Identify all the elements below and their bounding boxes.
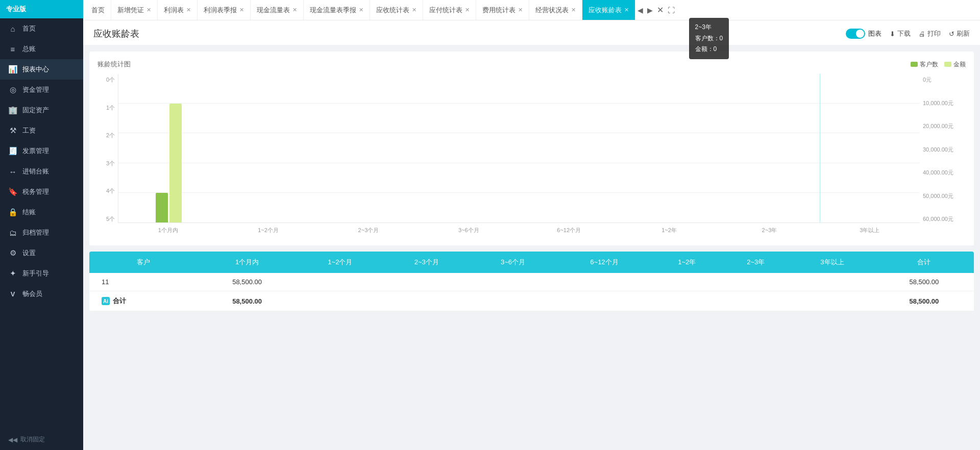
col-one-two: 1~2个月: [297, 252, 383, 273]
row-six-twelve: [556, 273, 652, 291]
bar-group-4: [519, 74, 619, 222]
sidebar-label-reports: 报表中心: [22, 65, 49, 74]
tab-voucher[interactable]: 新增凭证 ✕: [111, 0, 158, 20]
tab-cashflow-quarter-close[interactable]: ✕: [359, 7, 363, 13]
inventory-icon: ↔: [8, 167, 17, 176]
tab-profit-label: 利润表: [164, 6, 184, 15]
sidebar-item-archive[interactable]: 🗂 归档管理: [0, 222, 83, 243]
tab-ar-aging-close[interactable]: ✕: [624, 7, 629, 13]
bars-container: 2~3年 客户数：0 金额：0: [118, 74, 920, 222]
tab-profit[interactable]: 利润表 ✕: [158, 0, 198, 20]
sidebar-item-salary[interactable]: ⚒ 工资: [0, 120, 83, 141]
sidebar-item-invoice[interactable]: 🧾 发票管理: [0, 141, 83, 161]
x-label-0: 1个月内: [118, 227, 218, 234]
x-axis-labels: 1个月内 1~2个月 2~3个月 3~6个月 6~12个月 1~2年 2~3年 …: [118, 223, 920, 237]
x-label-7: 3年以上: [820, 227, 920, 234]
y-left-3: 3个: [106, 160, 115, 167]
tab-ar-aging[interactable]: 应收账龄表 ✕: [582, 0, 635, 20]
col-two-three: 2~3个月: [383, 252, 470, 273]
sidebar-label-closing: 结账: [22, 208, 36, 217]
chart-inner: 5个 4个 3个 2个 1个 0个: [97, 74, 966, 237]
sidebar-item-settings[interactable]: ⚙ 设置: [0, 243, 83, 263]
col-one-month: 1个月内: [197, 252, 297, 273]
tab-profit-quarter-label: 利润表季报: [204, 6, 237, 15]
chart-container: 5个 4个 3个 2个 1个 0个: [97, 74, 966, 237]
tab-expand-button[interactable]: ⛶: [666, 6, 677, 14]
tab-biz-status-close[interactable]: ✕: [571, 7, 576, 13]
refresh-button[interactable]: ↺ 刷新: [949, 29, 970, 38]
y-axis-left: 5个 4个 3个 2个 1个 0个: [97, 74, 118, 237]
y-axis-right: 60,000.00元 50,000.00元 40,000.00元 30,000.…: [920, 74, 966, 237]
col-six-twelve: 6~12个月: [556, 252, 652, 273]
total-icon: Ai: [102, 297, 110, 305]
chart-plot-area[interactable]: 2~3年 客户数：0 金额：0: [118, 74, 920, 223]
tab-expense-stat[interactable]: 费用统计表 ✕: [476, 0, 529, 20]
sidebar-item-assets[interactable]: 🏢 固定资产: [0, 100, 83, 120]
chart-toggle[interactable]: [846, 29, 865, 39]
y-left-5: 5个: [106, 215, 115, 223]
row-two-three: [383, 273, 470, 291]
legend-amount: 金额: [944, 60, 966, 69]
total-grand-total: 58,500.00: [874, 291, 974, 311]
sidebar-item-ledger[interactable]: ≡ 总账: [0, 39, 83, 59]
y-left-2: 2个: [106, 132, 115, 139]
page-header: 应收账龄表 金额 图表 ⬇ 下载 🖨 打印 ↺ 刷新: [83, 20, 980, 45]
sidebar-label-home: 首页: [22, 24, 36, 33]
sidebar-item-tax[interactable]: 🔖 税务管理: [0, 182, 83, 202]
print-button[interactable]: 🖨 打印: [919, 29, 941, 38]
sidebar-item-inventory[interactable]: ↔ 进销台账: [0, 161, 83, 182]
sidebar-item-funds[interactable]: ◎ 资金管理: [0, 80, 83, 100]
assets-icon: 🏢: [8, 106, 17, 115]
download-button[interactable]: ⬇ 下载: [890, 29, 911, 38]
y-right-5: 50,000.00元: [923, 192, 953, 200]
tab-prev-button[interactable]: ◀: [635, 0, 645, 20]
row-one-month: 58,500.00: [197, 273, 297, 291]
tab-profit-quarter-close[interactable]: ✕: [239, 7, 244, 13]
tab-cashflow[interactable]: 现金流量表 ✕: [251, 0, 304, 20]
tab-cashflow-close[interactable]: ✕: [292, 7, 297, 13]
tab-biz-status[interactable]: 经营状况表 ✕: [529, 0, 582, 20]
col-total: 合计: [874, 252, 974, 273]
tab-cashflow-quarter[interactable]: 现金流量表季报 ✕: [304, 0, 370, 20]
tab-expense-stat-close[interactable]: ✕: [518, 7, 523, 13]
refresh-icon: ↺: [949, 30, 954, 38]
print-icon: 🖨: [919, 30, 925, 38]
sidebar-item-closing[interactable]: 🔒 结账: [0, 202, 83, 222]
sidebar-item-guide[interactable]: ✦ 新手引导: [0, 263, 83, 284]
tab-cashflow-label: 现金流量表: [257, 6, 290, 15]
tab-profit-close[interactable]: ✕: [186, 7, 191, 13]
reports-icon: 📊: [8, 65, 17, 74]
bar-group-1: [218, 74, 318, 222]
tab-home[interactable]: 首页: [85, 0, 111, 20]
tab-close-all-button[interactable]: ✕: [655, 5, 666, 15]
y-right-3: 30,000.00元: [923, 146, 953, 154]
sidebar: 专业版 ⌂ 首页 ≡ 总账 📊 报表中心 ◎ 资金管理 🏢 固定资产 ⚒ 工资 …: [0, 0, 83, 450]
tab-ap-stat-close[interactable]: ✕: [465, 7, 470, 13]
table-header-row: 客户 1个月内 1~2个月 2~3个月 3~6个月 6~12个月 1~2年 2~…: [89, 252, 974, 273]
row-three-six: [470, 273, 556, 291]
tab-profit-quarter[interactable]: 利润表季报 ✕: [198, 0, 251, 20]
tab-voucher-close[interactable]: ✕: [146, 7, 151, 13]
row-over-three: [790, 273, 874, 291]
chart-title: 账龄统计图: [97, 60, 131, 69]
guide-icon: ✦: [8, 269, 17, 278]
sidebar-item-member[interactable]: V 畅会员: [0, 284, 83, 304]
tab-ar-stat-close[interactable]: ✕: [412, 7, 416, 13]
sidebar-item-home[interactable]: ⌂ 首页: [0, 18, 83, 39]
col-two-three-year: 2~3年: [721, 252, 790, 273]
y-left-0: 0个: [106, 76, 115, 84]
tab-biz-status-label: 经营状况表: [535, 6, 569, 15]
tab-ap-stat[interactable]: 应付统计表 ✕: [423, 0, 476, 20]
y-left-1: 1个: [106, 104, 115, 112]
legend-amount-label: 金额: [953, 60, 966, 69]
sidebar-logo: 专业版: [0, 0, 83, 18]
sidebar-item-reports[interactable]: 📊 报表中心: [0, 59, 83, 80]
x-label-4: 6~12个月: [519, 227, 619, 234]
tab-next-button[interactable]: ▶: [645, 0, 655, 20]
x-label-5: 1~2年: [619, 227, 719, 234]
tab-ar-stat[interactable]: 应收统计表 ✕: [370, 0, 423, 20]
col-one-two-year: 1~2年: [652, 252, 721, 273]
row-two-three-year: [721, 273, 790, 291]
sidebar-pin-toggle[interactable]: ◀◀ 取消固定: [0, 429, 83, 450]
legend-customer-label: 客户数: [920, 60, 938, 69]
